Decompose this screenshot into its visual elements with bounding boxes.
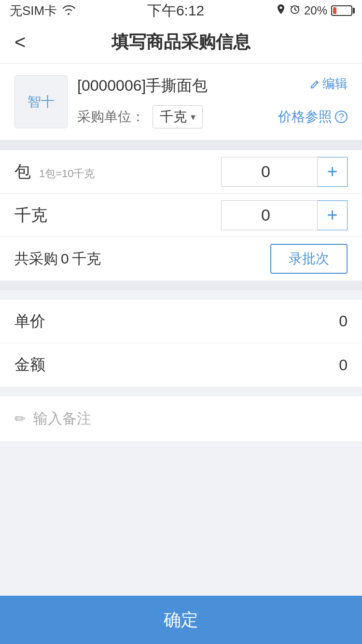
carrier-text: 无SIM卡 [10, 2, 57, 19]
unit-label: 采购单位： [77, 108, 145, 126]
price-section: 单价 0 金额 0 [0, 300, 362, 387]
nav-bar: < 填写商品采购信息 [0, 21, 362, 64]
confirm-bar[interactable]: 确定 [0, 596, 362, 644]
product-header: [0000006]手撕面包 编辑 [77, 75, 348, 97]
bao-plus-button[interactable]: + [318, 157, 348, 187]
bao-input-group: + [221, 157, 348, 187]
product-unit-row: 采购单位： 千克 ▾ 价格参照 ? [77, 105, 348, 128]
bao-row: 包 1包=10千克 + [0, 150, 362, 194]
summary-prefix: 共采购 [14, 249, 58, 269]
battery-icon [331, 5, 352, 16]
amount-row: 金额 0 [0, 343, 362, 387]
kg-input-group: + [221, 200, 348, 230]
help-icon: ? [335, 111, 348, 123]
pencil-icon: ✏ [14, 411, 26, 427]
product-logo: 智十 [28, 93, 55, 111]
dropdown-arrow-icon: ▾ [191, 111, 195, 123]
summary-row: 共采购 0 千克 录批次 [0, 237, 362, 280]
amount-value: 0 [339, 356, 348, 374]
product-info: [0000006]手撕面包 编辑 采购单位： 千克 ▾ 价格参照 ? [77, 75, 348, 128]
bao-label: 包 1包=10千克 [14, 161, 95, 183]
kg-row: 千克 + [0, 194, 362, 237]
section-divider-1 [0, 140, 362, 150]
alarm-icon [290, 4, 300, 17]
kg-plus-button[interactable]: + [318, 200, 348, 230]
product-card: 智十 [0000006]手撕面包 编辑 采购单位： 千克 ▾ 价格参照 ? [0, 64, 362, 140]
status-time: 下午6:12 [147, 1, 204, 21]
kg-label: 千克 [14, 204, 47, 226]
notes-placeholder: 输入备注 [33, 409, 91, 429]
unit-value: 千克 [160, 108, 187, 126]
unit-price-label: 单价 [14, 311, 45, 332]
input-section: 包 1包=10千克 + 千克 + [0, 150, 362, 237]
battery-percent: 20% [304, 4, 327, 17]
kg-input[interactable] [221, 200, 318, 230]
confirm-label: 确定 [164, 608, 198, 632]
summary-value: 0 [61, 251, 69, 267]
unit-price-value: 0 [339, 312, 348, 330]
bao-input[interactable] [221, 157, 318, 187]
batch-button[interactable]: 录批次 [270, 244, 348, 274]
notes-section[interactable]: ✏ 输入备注 [0, 396, 362, 441]
product-name: [0000006]手撕面包 [77, 75, 208, 97]
edit-button[interactable]: 编辑 [310, 75, 348, 92]
section-divider-2 [0, 280, 362, 290]
amount-label: 金额 [14, 354, 45, 376]
summary-unit: 千克 [72, 249, 101, 269]
unit-price-row: 单价 0 [0, 300, 362, 343]
location-icon [276, 4, 286, 17]
back-button[interactable]: < [14, 31, 26, 53]
status-bar: 无SIM卡 下午6:12 20% [0, 0, 362, 21]
bottom-spacer [0, 441, 362, 605]
wifi-icon [62, 3, 75, 18]
price-ref-button[interactable]: 价格参照 ? [278, 108, 348, 126]
status-right: 20% [276, 4, 352, 17]
status-left: 无SIM卡 [10, 2, 75, 19]
unit-dropdown[interactable]: 千克 ▾ [153, 105, 203, 128]
product-image: 智十 [14, 75, 68, 128]
page-title: 填写商品采购信息 [111, 30, 251, 54]
